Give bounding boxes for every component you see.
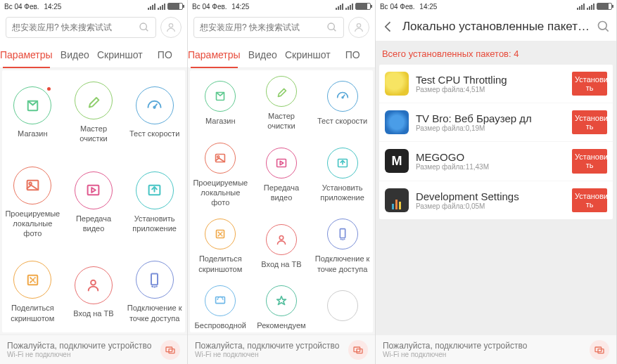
- tab-soft[interactable]: ПО: [331, 42, 375, 67]
- app-icon: [385, 110, 409, 134]
- tab-screenshot[interactable]: Скриншот: [285, 42, 331, 67]
- tile-icon: [13, 167, 51, 204]
- footer-line2: Wi-Fi не подключен: [383, 351, 527, 358]
- tile-icon: [136, 171, 174, 209]
- status-time: 14:25: [44, 3, 61, 11]
- tile[interactable]: Проецируемые локальные фото: [2, 155, 63, 250]
- tile[interactable]: Тест скорости: [124, 70, 185, 155]
- tab-video[interactable]: Видео: [53, 42, 97, 67]
- app-info: MEGOGO Размер файла:11,43M: [416, 151, 565, 171]
- search-box[interactable]: [6, 17, 156, 38]
- tab-soft[interactable]: ПО: [143, 42, 187, 67]
- tile[interactable]: Магазин: [190, 70, 251, 137]
- tile[interactable]: Беспроводной: [190, 280, 251, 332]
- tile[interactable]: Подключение к точке доступа: [124, 249, 185, 332]
- app-size: Размер файла:4,51M: [416, 86, 565, 93]
- tile[interactable]: Установить приложение: [312, 137, 373, 214]
- app-info: Development Settings Размер файла:0,05M: [416, 190, 565, 210]
- footer-line2: Wi-Fi не подключен: [7, 351, 151, 358]
- tile[interactable]: Мастер очистки: [63, 70, 125, 155]
- mirror-button[interactable]: [160, 340, 180, 360]
- tile-label: Тест скорости: [317, 116, 367, 126]
- svg-line-37: [606, 29, 609, 32]
- install-button[interactable]: Установить: [572, 72, 607, 96]
- search-input[interactable]: [200, 22, 322, 32]
- tile-icon: [75, 171, 113, 209]
- tile[interactable]: Передача видео: [63, 155, 125, 250]
- tab-label: Параметры: [188, 49, 241, 60]
- tile-icon: [327, 81, 358, 112]
- app-size: Размер файла:11,43M: [416, 163, 565, 171]
- status-bar: Вс 04 Фев. 14:25: [376, 0, 616, 13]
- search-box[interactable]: [193, 17, 344, 38]
- chevron-left-icon: [381, 20, 395, 34]
- app-row[interactable]: TV Bro: Веб Браузер дл Размер файла:0,19…: [379, 103, 613, 142]
- tile-label: Поделиться скриншотом: [193, 254, 248, 274]
- tile-icon: [136, 86, 174, 124]
- tile[interactable]: [312, 280, 373, 332]
- app-name: TV Bro: Веб Браузер дл: [416, 112, 565, 124]
- tile[interactable]: Поделиться скриншотом: [190, 213, 251, 280]
- app-row[interactable]: M MEGOGO Размер файла:11,43M Установить: [379, 142, 613, 181]
- tab-params[interactable]: Параметры: [188, 42, 241, 67]
- svg-rect-31: [340, 229, 345, 238]
- mirror-button[interactable]: [590, 340, 609, 360]
- tile[interactable]: Мастер очистки: [251, 70, 312, 137]
- signal-icon: [587, 4, 594, 10]
- tile-label: Вход на ТВ: [73, 308, 113, 318]
- install-button[interactable]: Установить: [572, 188, 607, 212]
- footer-line2: Wi-Fi не подключен: [195, 351, 339, 358]
- status-date: Вс 04 Фев.: [4, 3, 39, 11]
- profile-button[interactable]: [348, 17, 369, 38]
- tile-label: Рекомендуем: [257, 320, 305, 330]
- tile-label: Подключение к точке доступа: [314, 254, 370, 274]
- search-button[interactable]: [597, 20, 611, 34]
- tab-label: ПО: [345, 49, 360, 60]
- footer: Пожалуйста, подключите устройство Wi-Fi …: [376, 334, 616, 364]
- tile[interactable]: Рекомендуем: [251, 280, 312, 332]
- tile[interactable]: Установить приложение: [124, 155, 185, 250]
- tile[interactable]: Проецируемые локальные фото: [190, 137, 251, 214]
- install-button[interactable]: Установить: [572, 110, 607, 134]
- tile[interactable]: Передача видео: [251, 137, 312, 214]
- tabs: Параметры Видео Скриншот ПО: [188, 42, 375, 68]
- tabs: Параметры Видео Скриншот ПО: [0, 42, 187, 68]
- tile[interactable]: Тест скорости: [312, 70, 373, 137]
- app-icon: M: [385, 149, 409, 173]
- tile-icon: [327, 290, 358, 321]
- search-input[interactable]: [12, 22, 134, 32]
- back-button[interactable]: [381, 20, 395, 34]
- tile-icon: [205, 143, 236, 174]
- tile-label: Передача видео: [254, 183, 310, 203]
- tile-icon: [266, 148, 297, 178]
- tile[interactable]: Подключение к точке доступа: [312, 213, 373, 280]
- tile-label: Передача видео: [66, 214, 122, 234]
- install-button[interactable]: Установить: [572, 149, 607, 173]
- tile-icon: [266, 76, 297, 107]
- search-icon: [326, 22, 338, 33]
- tab-screenshot[interactable]: Скриншот: [97, 42, 143, 67]
- profile-button[interactable]: [160, 17, 182, 38]
- app-row[interactable]: Test CPU Throttling Размер файла:4,51M У…: [379, 65, 613, 103]
- tab-video[interactable]: Видео: [241, 42, 285, 67]
- app-row[interactable]: Development Settings Размер файла:0,05M …: [379, 181, 613, 219]
- tile-label: Магазин: [18, 129, 47, 138]
- tab-label: Видео: [61, 49, 89, 60]
- tile[interactable]: Вход на ТВ: [63, 249, 125, 332]
- tab-label: Параметры: [0, 49, 53, 60]
- tile-icon: [75, 266, 113, 304]
- svg-point-0: [140, 23, 146, 30]
- status-bar: Вс 04 Фев. 14:25: [188, 0, 375, 13]
- tab-params[interactable]: Параметры: [0, 42, 53, 67]
- svg-marker-26: [280, 161, 284, 165]
- tile[interactable]: Магазин: [2, 70, 63, 155]
- status-time: 14:25: [419, 3, 437, 11]
- tile[interactable]: Вход на ТВ: [251, 213, 312, 280]
- tile[interactable]: Поделиться скриншотом: [2, 249, 63, 332]
- mirror-button[interactable]: [348, 340, 368, 360]
- tile-label: Проецируемые локальные фото: [193, 178, 248, 208]
- status-date: Вс 04 Фев.: [380, 3, 415, 11]
- signal-icon: [577, 4, 585, 10]
- tile-icon: [75, 82, 113, 119]
- status-bar: Вс 04 Фев. 14:25: [0, 0, 187, 13]
